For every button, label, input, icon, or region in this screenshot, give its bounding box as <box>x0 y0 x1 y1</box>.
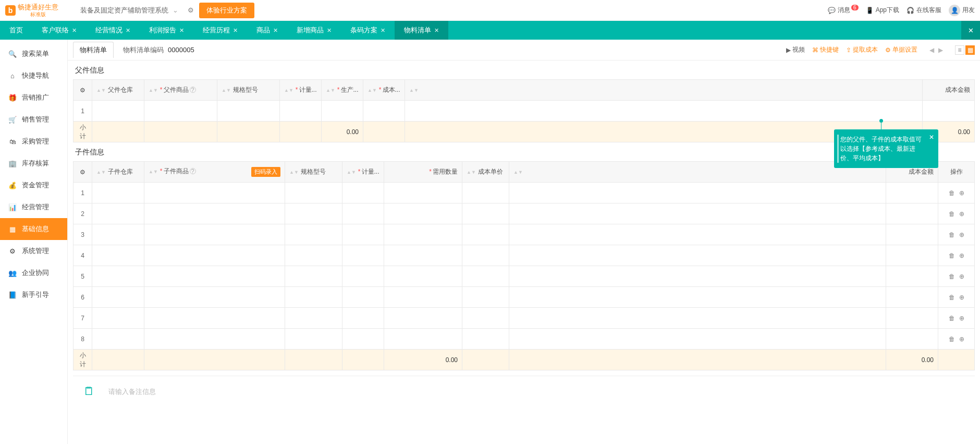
add-row-icon[interactable]: ⊕ <box>959 252 964 259</box>
user-label: 用友 <box>962 6 975 15</box>
close-icon[interactable]: ✕ <box>233 27 238 34</box>
child-col-product[interactable]: ▲▼*子件商品?扫码录入 <box>144 162 285 183</box>
delete-row-icon[interactable]: 🗑 <box>949 335 955 343</box>
sidebar-item-营销推广[interactable]: 🎁营销推广 <box>0 87 67 109</box>
child-col-cost-price[interactable]: ▲▼成本单价 <box>462 162 509 183</box>
sidebar-item-基础信息[interactable]: ▦基础信息 <box>0 218 67 240</box>
sidebar-item-系统管理[interactable]: ⚙系统管理 <box>0 240 67 262</box>
close-icon[interactable]: ✕ <box>381 27 385 34</box>
user-menu[interactable]: 👤 用友 <box>949 5 975 16</box>
messages-button[interactable]: 💬 消息 6 <box>828 6 859 15</box>
child-row[interactable]: 7🗑⊕ <box>74 308 975 329</box>
close-icon[interactable]: ✕ <box>179 27 184 34</box>
main-panel: 物料清单 物料清单编码 0000005 ▶视频 ⌘快捷键 ⇪提取成本 ⚙单据设置… <box>68 40 980 444</box>
delete-row-icon[interactable]: 🗑 <box>949 189 955 197</box>
child-col-need-qty[interactable]: *需用数量 <box>384 162 462 183</box>
child-row[interactable]: 4🗑⊕ <box>74 245 975 266</box>
tab-首页[interactable]: 首页 <box>0 21 32 40</box>
child-row[interactable]: 8🗑⊕ <box>74 329 975 350</box>
sidebar-item-采购管理[interactable]: 🛍采购管理 <box>0 130 67 152</box>
tab-客户联络[interactable]: 客户联络✕ <box>32 21 86 40</box>
online-service-button[interactable]: 🎧 在线客服 <box>906 6 941 15</box>
add-row-icon[interactable]: ⊕ <box>959 335 964 343</box>
close-all-tabs-button[interactable]: ✕ <box>961 21 980 40</box>
close-icon[interactable]: ✕ <box>126 27 130 34</box>
note-icon[interactable]: 🗒 <box>83 385 98 399</box>
add-row-icon[interactable]: ⊕ <box>959 294 964 301</box>
delete-row-icon[interactable]: 🗑 <box>949 294 955 301</box>
add-row-icon[interactable]: ⊕ <box>959 210 964 218</box>
child-row[interactable]: 2🗑⊕ <box>74 203 975 224</box>
child-row[interactable]: 6🗑⊕ <box>74 287 975 308</box>
tab-商品[interactable]: 商品✕ <box>247 21 287 40</box>
parent-col-cost-amount[interactable]: 成本金额 <box>923 80 975 101</box>
child-row[interactable]: 1🗑⊕ <box>74 183 975 203</box>
sidebar-item-销售管理[interactable]: 🛒销售管理 <box>0 109 67 130</box>
tab-物料清单[interactable]: 物料清单✕ <box>395 21 448 40</box>
add-row-icon[interactable]: ⊕ <box>959 189 964 197</box>
parent-col-product[interactable]: ▲▼*父件商品? <box>144 80 217 101</box>
tab-经营情况[interactable]: 经营情况✕ <box>86 21 140 40</box>
delete-row-icon[interactable]: 🗑 <box>949 315 955 322</box>
child-col-spec[interactable]: ▲▼规格型号 <box>285 162 342 183</box>
child-row[interactable]: 5🗑⊕ <box>74 266 975 287</box>
shortcut-link[interactable]: ⌘快捷键 <box>812 45 839 54</box>
parent-row[interactable]: 1 <box>74 101 975 122</box>
sidebar-item-搜索菜单[interactable]: 🔍搜索菜单 <box>0 43 67 65</box>
view-grid-icon[interactable]: ▦ <box>965 45 975 55</box>
add-row-icon[interactable]: ⊕ <box>959 315 964 322</box>
delete-row-icon[interactable]: 🗑 <box>949 210 955 218</box>
system-name: 装备及固定资产辅助管理系统 <box>80 6 168 15</box>
parent-col-cost[interactable]: ▲▼*成本... <box>363 80 405 101</box>
remark-input[interactable]: 请输入备注信息 <box>108 387 156 397</box>
app-download-button[interactable]: 📱 App下载 <box>866 6 899 15</box>
system-select[interactable]: 装备及固定资产辅助管理系统 ⌄ <box>80 6 182 15</box>
tip-close-icon[interactable]: ✕ <box>929 133 934 142</box>
sidebar-item-新手引导[interactable]: 📘新手引导 <box>0 284 67 306</box>
add-row-icon[interactable]: ⊕ <box>959 231 964 238</box>
main-tabbar: 首页客户联络✕经营情况✕利润报告✕经营历程✕商品✕新增商品✕条码方案✕物料清单✕… <box>0 21 980 40</box>
close-icon[interactable]: ✕ <box>72 27 77 34</box>
view-list-icon[interactable]: ≡ <box>955 45 964 55</box>
video-link[interactable]: ▶视频 <box>786 45 805 54</box>
child-col-gear[interactable]: ⚙ <box>74 162 92 183</box>
parent-col-warehouse[interactable]: ▲▼父件仓库 <box>92 80 144 101</box>
sidebar-item-企业协同[interactable]: 👥企业协同 <box>0 262 67 284</box>
parent-subtotal-label: 小计 <box>74 122 92 142</box>
info-icon[interactable]: ? <box>190 168 196 174</box>
parent-col-gear[interactable]: ⚙ <box>74 80 92 101</box>
tab-经营历程[interactable]: 经营历程✕ <box>193 21 247 40</box>
sidebar-item-库存核算[interactable]: 🏢库存核算 <box>0 152 67 174</box>
parent-col-spec[interactable]: ▲▼规格型号 <box>217 80 280 101</box>
delete-row-icon[interactable]: 🗑 <box>949 273 955 280</box>
close-icon[interactable]: ✕ <box>434 27 439 34</box>
parent-col-unit[interactable]: ▲▼*计量... <box>280 80 322 101</box>
tab-条码方案[interactable]: 条码方案✕ <box>341 21 395 40</box>
doc-setting-link[interactable]: ⚙单据设置 <box>885 45 917 54</box>
subtab-materials[interactable]: 物料清单 <box>73 42 114 58</box>
sidebar-item-label: 企业协同 <box>22 268 49 278</box>
tab-新增商品[interactable]: 新增商品✕ <box>287 21 341 40</box>
sidebar-item-资金管理[interactable]: 💰资金管理 <box>0 174 67 196</box>
pager-next-icon[interactable]: ▶ <box>937 46 945 54</box>
pager-prev-icon[interactable]: ◀ <box>928 46 936 54</box>
gear-icon[interactable]: ⚙ <box>188 6 194 14</box>
parent-col-produce[interactable]: ▲▼*生产... <box>322 80 363 101</box>
scan-input-button[interactable]: 扫码录入 <box>251 167 280 177</box>
close-icon[interactable]: ✕ <box>273 27 278 34</box>
try-industry-button[interactable]: 体验行业方案 <box>199 3 254 18</box>
home-icon: ⌂ <box>8 72 17 80</box>
sidebar-item-快捷导航[interactable]: ⌂快捷导航 <box>0 65 67 87</box>
child-subtotal-cost-amount: 0.00 <box>886 350 938 370</box>
add-row-icon[interactable]: ⊕ <box>959 273 964 280</box>
child-row[interactable]: 3🗑⊕ <box>74 224 975 245</box>
delete-row-icon[interactable]: 🗑 <box>949 231 955 238</box>
extract-cost-link[interactable]: ⇪提取成本 <box>846 45 878 54</box>
delete-row-icon[interactable]: 🗑 <box>949 252 955 259</box>
info-icon[interactable]: ? <box>190 87 196 93</box>
tab-利润报告[interactable]: 利润报告✕ <box>140 21 193 40</box>
child-col-warehouse[interactable]: ▲▼子件仓库 <box>92 162 144 183</box>
sidebar-item-经营管理[interactable]: 📊经营管理 <box>0 196 67 218</box>
child-col-unit[interactable]: ▲▼*计量... <box>342 162 384 183</box>
close-icon[interactable]: ✕ <box>327 27 332 34</box>
